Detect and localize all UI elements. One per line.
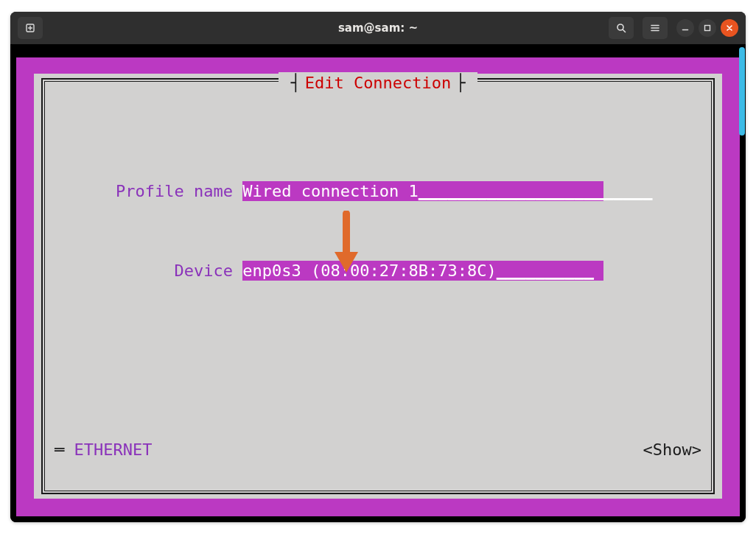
ethernet-show-button[interactable]: <Show> <box>643 440 701 460</box>
device-row: Device enp0s3 (08:00:27:8B:73:8C)_______… <box>55 261 701 281</box>
edit-connection-dialog: ┤Edit Connection├ Profile name Wired con… <box>34 74 722 499</box>
profile-name-input[interactable]: Wired connection 1______________________… <box>242 181 603 201</box>
ethernet-section-label: ETHERNET <box>74 440 153 460</box>
svg-line-2 <box>623 29 626 32</box>
terminal-body: ┤Edit Connection├ Profile name Wired con… <box>10 44 746 522</box>
terminal-window: sam@sam: ~ <box>10 12 746 522</box>
window-titlebar: sam@sam: ~ <box>10 12 746 44</box>
profile-name-label: Profile name <box>55 181 233 201</box>
section-marker-eth: ═ <box>55 440 74 460</box>
search-button[interactable] <box>609 17 634 39</box>
dialog-content: Profile name Wired connection 1_________… <box>55 102 701 481</box>
scrollbar-thumb[interactable] <box>739 47 745 136</box>
svg-rect-4 <box>705 26 710 31</box>
new-tab-button[interactable] <box>18 17 43 39</box>
minimize-button[interactable] <box>676 19 694 37</box>
profile-name-value: Wired connection 1 <box>242 182 418 200</box>
device-value: enp0s3 (08:00:27:8B:73:8C) <box>242 261 496 280</box>
nmtui-background: ┤Edit Connection├ Profile name Wired con… <box>16 57 740 516</box>
dialog-title-wrap: ┤Edit Connection├ <box>34 72 722 94</box>
device-label: Device <box>55 261 233 281</box>
spacer-row-1 <box>55 340 701 360</box>
maximize-button[interactable] <box>699 19 716 37</box>
device-input[interactable]: enp0s3 (08:00:27:8B:73:8C)__________ <box>242 261 603 281</box>
ethernet-section-row: ═ ETHERNET <Show> <box>55 440 701 460</box>
screenshot-frame: sam@sam: ~ <box>0 0 756 534</box>
menu-button[interactable] <box>643 17 668 39</box>
dialog-title-text: Edit Connection <box>305 74 452 92</box>
profile-name-row: Profile name Wired connection 1_________… <box>55 181 701 201</box>
dialog-title: ┤Edit Connection├ <box>279 72 477 94</box>
spacer-row-2 <box>55 519 701 522</box>
close-button[interactable] <box>721 19 738 37</box>
